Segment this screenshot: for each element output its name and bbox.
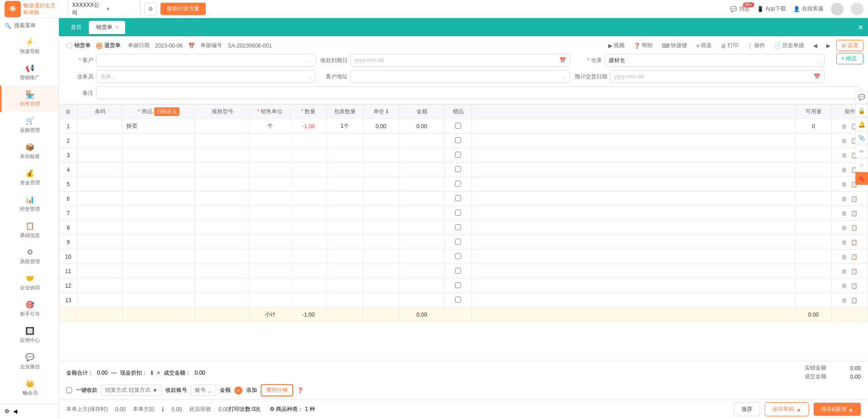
operation-button[interactable]: ⋮ 操作 — [745, 41, 768, 50]
delete-icon[interactable]: 🗑 — [842, 268, 847, 275]
cell-pack[interactable] — [327, 163, 363, 177]
cell-amount[interactable] — [399, 192, 445, 206]
cell-spec[interactable] — [195, 264, 250, 279]
cell-amount[interactable] — [399, 177, 445, 192]
video-button[interactable]: ▶ 视频 — [606, 41, 627, 50]
cell-barcode[interactable] — [78, 250, 123, 264]
cell-qty[interactable] — [291, 293, 327, 308]
right-sidebar-btn-3[interactable]: 🔔 — [855, 118, 868, 130]
cell-spec[interactable] — [195, 177, 250, 192]
cell-barcode[interactable] — [78, 192, 123, 206]
cell-product[interactable] — [123, 163, 195, 177]
cell-amount[interactable] — [399, 293, 445, 308]
cell-amount[interactable] — [399, 163, 445, 177]
cell-product[interactable] — [123, 250, 195, 264]
cell-qty[interactable] — [291, 134, 327, 148]
cell-unit[interactable] — [250, 250, 291, 264]
right-sidebar-btn-2[interactable]: 🔒 — [855, 104, 868, 117]
cell-gift[interactable] — [445, 192, 472, 206]
print-button[interactable]: 🖨 打印 — [718, 41, 741, 50]
cell-price[interactable] — [363, 177, 399, 192]
copy-icon[interactable]: 📋 — [851, 268, 858, 275]
sidebar-item-inventory[interactable]: 📦 库存核算 — [0, 138, 58, 164]
cell-pack[interactable] — [327, 250, 363, 264]
sidebar-item-marketing[interactable]: 📢 营销推广 — [0, 59, 58, 86]
cell-qty[interactable] — [291, 221, 327, 235]
cell-unit[interactable] — [250, 148, 291, 163]
cell-barcode[interactable] — [78, 148, 123, 163]
delete-icon[interactable]: 🗑 — [842, 138, 847, 144]
right-sidebar-btn-6[interactable]: ☆ — [855, 159, 868, 171]
sidebar-item-member[interactable]: 👑 畅会员 — [0, 375, 58, 401]
customer-input[interactable]: ... — [96, 54, 316, 67]
cell-unit[interactable] — [250, 206, 291, 221]
sidebar-item-app-center[interactable]: 🔲 应用中心 — [0, 322, 58, 348]
cell-gift[interactable] — [445, 293, 472, 308]
add-payment-button[interactable]: + — [234, 386, 242, 395]
cell-pack[interactable] — [327, 293, 363, 308]
app-download-button[interactable]: 📱 App下载 — [757, 5, 786, 13]
cell-spec[interactable] — [195, 134, 250, 148]
cell-spec[interactable] — [195, 221, 250, 235]
delete-icon[interactable]: 🗑 — [842, 167, 847, 173]
delete-icon[interactable]: 🗑 — [842, 210, 847, 217]
cell-amount[interactable] — [399, 235, 445, 250]
cell-spec[interactable] — [195, 148, 250, 163]
cell-product[interactable] — [123, 279, 195, 293]
filter-button[interactable]: ≡ 筛选 — [693, 41, 714, 50]
cell-barcode[interactable] — [78, 206, 123, 221]
right-sidebar-btn-4[interactable]: 📎 — [855, 131, 868, 144]
cell-price[interactable] — [363, 279, 399, 293]
cell-qty[interactable] — [291, 192, 327, 206]
cell-gift[interactable] — [445, 148, 472, 163]
discard-button[interactable]: 放弃 — [734, 402, 760, 416]
cell-amount[interactable] — [399, 279, 445, 293]
overdue-help-icon[interactable]: ℹ — [162, 406, 164, 413]
delete-icon[interactable]: 🗑 — [842, 196, 847, 202]
tab-home[interactable]: 首页 — [63, 21, 89, 34]
cell-qty[interactable] — [291, 177, 327, 192]
save-new-button[interactable]: 保存&新增 ▲ — [814, 403, 861, 416]
prev-record-icon[interactable]: ◀ — [810, 42, 820, 50]
cell-barcode[interactable] — [78, 134, 123, 148]
cell-qty[interactable] — [291, 148, 327, 163]
sidebar-search[interactable]: 🔍 搜索菜单 — [0, 18, 58, 33]
sidebar-settings-icon[interactable]: ⚙ — [5, 408, 10, 414]
cell-price[interactable] — [363, 206, 399, 221]
cell-unit[interactable] — [250, 235, 291, 250]
cell-gift[interactable] — [445, 206, 472, 221]
cell-gift[interactable] — [445, 119, 472, 134]
salesperson-input[interactable]: 选择... ... — [96, 70, 316, 83]
one-click-checkbox[interactable] — [66, 387, 72, 393]
cell-price[interactable] — [363, 250, 399, 264]
warehouse-input[interactable]: 建材仓 ... — [605, 54, 824, 67]
tab-close-icon[interactable]: × — [115, 24, 118, 30]
account-input[interactable]: 账号 ... — [191, 385, 216, 396]
cell-unit[interactable] — [250, 221, 291, 235]
user-avatar-2[interactable] — [851, 3, 863, 15]
cell-qty[interactable]: -1.00 — [291, 119, 327, 134]
scan-button[interactable]: 扫码录入 — [154, 107, 179, 116]
cell-unit[interactable] — [250, 279, 291, 293]
cell-pack[interactable] — [327, 279, 363, 293]
cell-product[interactable]: 拆页 — [123, 119, 195, 134]
payment-method-select[interactable]: 结算方式 结算方式 ▼ — [101, 385, 162, 396]
customer-addr-input[interactable]: ... — [350, 70, 570, 83]
sidebar-item-operations[interactable]: 📊 经营管理 — [0, 191, 58, 217]
cell-spec[interactable] — [195, 119, 250, 134]
cell-barcode[interactable] — [78, 293, 123, 308]
cell-product[interactable] — [123, 134, 195, 148]
close-window-icon[interactable]: ✕ — [858, 23, 863, 32]
cell-product[interactable] — [123, 235, 195, 250]
cell-amount[interactable] — [399, 148, 445, 163]
cell-spec[interactable] — [195, 279, 250, 293]
cell-amount[interactable] — [399, 134, 445, 148]
cell-barcode[interactable] — [78, 221, 123, 235]
cell-spec[interactable] — [195, 293, 250, 308]
cell-unit[interactable] — [250, 163, 291, 177]
cell-qty[interactable] — [291, 163, 327, 177]
settings-button[interactable]: ⚙ 设置 — [836, 40, 863, 51]
sidebar-item-newbie[interactable]: 🎯 新手引导 — [0, 296, 58, 322]
cell-price[interactable] — [363, 264, 399, 279]
copy-icon[interactable]: 📋 — [851, 297, 858, 303]
